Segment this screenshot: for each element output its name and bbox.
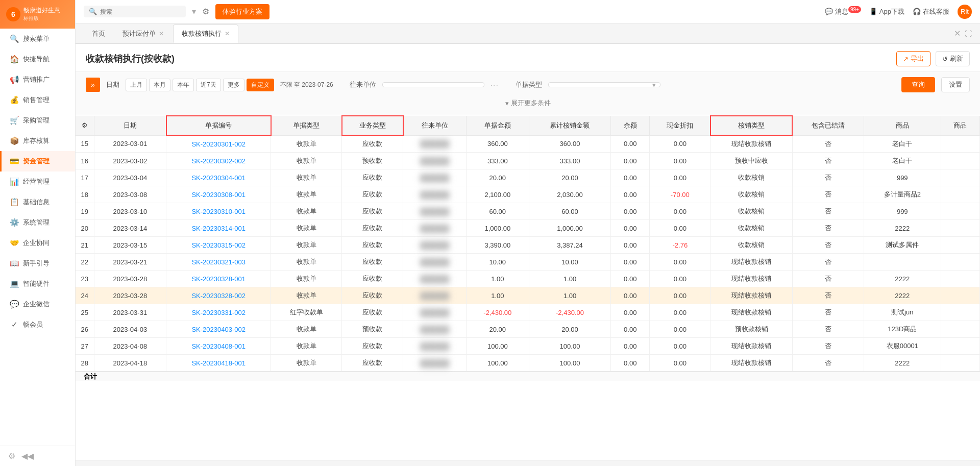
export-icon: ↗: [903, 55, 909, 63]
collab-label: 企业协同: [23, 238, 50, 248]
sidebar-item-inventory[interactable]: 📦 库存核算: [0, 131, 75, 151]
partner-input[interactable]: [382, 82, 484, 87]
tab-home[interactable]: 首页: [84, 25, 113, 42]
cell-cancel-type-3: 收款核销: [710, 186, 792, 203]
cell-amount-10: -2,430.00: [466, 304, 529, 321]
industry-btn[interactable]: 体验行业方案: [215, 4, 270, 19]
online-service-btn[interactable]: 🎧 在线客服: [913, 7, 949, 16]
messages-btn[interactable]: 💬 消息 99+: [825, 7, 861, 16]
system-label: 系统管理: [23, 218, 50, 227]
cell-voucher-no-13[interactable]: SK-20230418-001: [166, 355, 271, 372]
cell-voucher-no-9[interactable]: SK-20230328-002: [166, 287, 271, 304]
partner-dots: ···: [491, 81, 499, 89]
table-row: 17 2023-03-04 SK-20230304-001 收款单 应收款 ██…: [76, 169, 980, 186]
cell-voucher-no-10[interactable]: SK-20230331-002: [166, 304, 271, 321]
sidebar-item-collab[interactable]: 🤝 企业协同: [0, 233, 75, 253]
cell-date-5: 2023-03-14: [94, 220, 166, 237]
export-btn[interactable]: ↗ 导出: [896, 51, 930, 66]
sidebar-item-operation[interactable]: 📊 经营管理: [0, 171, 75, 192]
voucher-type-select[interactable]: ▾: [548, 82, 660, 87]
cell-balance-1: 0.00: [611, 153, 650, 169]
collapse-icon[interactable]: ◀◀: [21, 451, 34, 461]
setting-btn[interactable]: 设置: [941, 77, 970, 92]
sidebar-item-marketing[interactable]: 📢 营销推广: [0, 69, 75, 90]
cell-product-11: 123D商品: [864, 321, 941, 338]
cell-amount-3: 2,100.00: [466, 186, 529, 203]
cell-product2-13: [941, 355, 979, 372]
cell-product2-11: [941, 321, 979, 338]
settings-icon[interactable]: ⚙: [8, 451, 15, 461]
tab-receipt[interactable]: 收款核销执行✕: [173, 24, 238, 43]
cell-voucher-no-1[interactable]: SK-20230302-002: [166, 153, 271, 169]
filter-toggle-btn[interactable]: »: [86, 78, 100, 92]
cell-cumulative-11: 20.00: [529, 321, 610, 338]
sidebar-item-finance[interactable]: 💳 资金管理: [0, 151, 75, 171]
search-input[interactable]: [100, 8, 181, 15]
col-settings[interactable]: ⚙: [76, 116, 94, 135]
tab-presettle[interactable]: 预计应付单✕: [114, 25, 172, 42]
close-tab-icon[interactable]: ✕: [954, 29, 961, 38]
sidebar-item-system[interactable]: ⚙️ 系统管理: [0, 212, 75, 233]
app-download-btn[interactable]: 📱 App下载: [869, 7, 904, 16]
cell-amount-8: 1.00: [466, 271, 529, 287]
sidebar-item-hardware[interactable]: 💻 智能硬件: [0, 274, 75, 294]
tab-close-presettle[interactable]: ✕: [159, 30, 164, 37]
sidebar-item-quick[interactable]: 🏠 快捷导航: [0, 49, 75, 69]
sidebar-item-guide[interactable]: 📖 新手引导: [0, 253, 75, 274]
cell-voucher-no-12[interactable]: SK-20230408-001: [166, 338, 271, 355]
cell-product-9: 2222: [864, 287, 941, 304]
col-cumulative: 累计核销金额: [529, 116, 610, 135]
sidebar-item-search[interactable]: 🔍 搜索菜单: [0, 29, 75, 49]
cell-product2-9: [941, 287, 979, 304]
cell-date-1: 2023-03-02: [94, 153, 166, 169]
inventory-label: 库存核算: [23, 136, 50, 145]
cell-date-11: 2023-04-03: [94, 321, 166, 338]
cell-voucher-no-7[interactable]: SK-20230321-003: [166, 254, 271, 271]
cell-no-0: 15: [76, 135, 94, 153]
sidebar-item-wechat[interactable]: 💬 企业微信: [0, 294, 75, 314]
topbar-search-box[interactable]: 🔍: [84, 6, 186, 17]
date-this-year-btn[interactable]: 本年: [173, 79, 194, 91]
table-row: 18 2023-03-08 SK-20230308-001 收款单 应收款 ██…: [76, 186, 980, 203]
table-row: 15 2023-03-01 SK-20230301-002 收款单 应收款 ██…: [76, 135, 980, 153]
cell-amount-0: 360.00: [466, 135, 529, 153]
date-last-month-btn[interactable]: 上月: [126, 79, 147, 91]
date-7days-btn[interactable]: 近7天: [196, 79, 221, 91]
cell-cancel-type-5: 收款核销: [710, 220, 792, 237]
cell-date-7: 2023-03-21: [94, 254, 166, 271]
user-avatar[interactable]: Rit: [958, 5, 972, 19]
cell-voucher-no-0[interactable]: SK-20230301-002: [166, 135, 271, 153]
cell-voucher-no-11[interactable]: SK-20230403-002: [166, 321, 271, 338]
cell-biz-type-6: 应收款: [342, 237, 403, 254]
cell-discount-12: 0.00: [650, 338, 710, 355]
query-btn[interactable]: 查询: [901, 77, 935, 92]
cell-voucher-no-8[interactable]: SK-20230328-001: [166, 271, 271, 287]
cell-voucher-no-4[interactable]: SK-20230310-001: [166, 203, 271, 220]
cell-biz-type-3: 应收款: [342, 186, 403, 203]
cell-voucher-no-3[interactable]: SK-20230308-001: [166, 186, 271, 203]
sidebar-item-purchase[interactable]: 🛒 采购管理: [0, 110, 75, 131]
purchase-icon: 🛒: [10, 116, 19, 125]
dropdown-arrow-icon[interactable]: ▾: [192, 7, 196, 16]
sidebar-item-sales[interactable]: 💰 销售管理: [0, 90, 75, 110]
cell-voucher-no-6[interactable]: SK-20230315-002: [166, 237, 271, 254]
cell-voucher-type-6: 收款单: [271, 237, 342, 254]
cell-voucher-no-2[interactable]: SK-20230304-001: [166, 169, 271, 186]
gear-icon[interactable]: ⚙: [202, 7, 209, 16]
expand-more-btn[interactable]: ▾ 展开更多条件: [86, 96, 970, 110]
refresh-btn[interactable]: ↺ 刷新: [936, 51, 970, 66]
horizontal-scrollbar[interactable]: [76, 460, 980, 466]
date-custom-btn[interactable]: 自定义: [247, 79, 274, 91]
cell-product2-12: [941, 338, 979, 355]
tab-close-receipt[interactable]: ✕: [225, 30, 230, 37]
cell-cumulative-7: 10.00: [529, 254, 610, 271]
cell-no-2: 17: [76, 169, 94, 186]
date-this-month-btn[interactable]: 本月: [149, 79, 170, 91]
cell-product2-6: [941, 237, 979, 254]
date-more-btn[interactable]: 更多: [223, 79, 244, 91]
cell-biz-type-8: 应收款: [342, 271, 403, 287]
sidebar-item-basic[interactable]: 📋 基础信息: [0, 192, 75, 212]
cell-voucher-no-5[interactable]: SK-20230314-001: [166, 220, 271, 237]
sidebar-item-member[interactable]: ✓ 畅会员: [0, 314, 75, 335]
maximize-tab-icon[interactable]: ⛶: [965, 30, 972, 38]
